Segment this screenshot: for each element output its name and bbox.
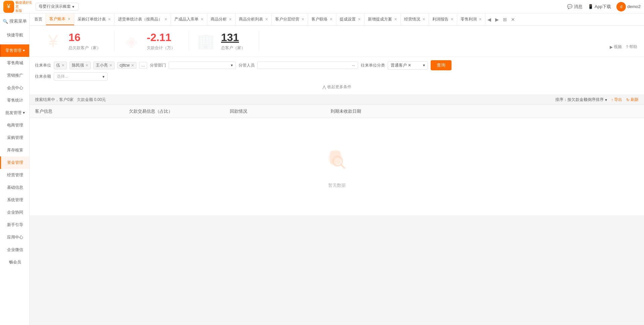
tab-close-stock-stats[interactable]: ✕: [164, 17, 167, 22]
sidebar-item-ecommerce[interactable]: 电商管理: [0, 119, 29, 132]
stat-icon-yuan: ¥: [43, 31, 63, 51]
filter-amount-select[interactable]: 选择... ▾: [54, 72, 108, 81]
tab-scroll-right[interactable]: ▶: [493, 17, 501, 22]
tab-close-retail-profit[interactable]: ✕: [479, 17, 482, 22]
result-summary: 搜索结果中，客户0家 欠款金额 0.00元: [35, 97, 106, 103]
tab-customer-contact[interactable]: 客户联络 ✕: [308, 14, 336, 25]
tab-close-profit[interactable]: ✕: [450, 17, 454, 22]
top-bar-right: 💬 消息 📱 App下载 d demo2: [567, 2, 641, 11]
sidebar-item-operations[interactable]: 经营管理: [0, 169, 29, 181]
tab-close-all[interactable]: ✕: [509, 17, 517, 22]
tab-close-customer-seg[interactable]: ✕: [301, 17, 304, 22]
tab-customer-segmentation[interactable]: 客户分层经营 ✕: [272, 14, 308, 25]
sidebar-item-member-vip[interactable]: 畅会员: [0, 256, 29, 268]
col-header-customer: 客户信息: [35, 108, 129, 114]
collapse-filter-btn[interactable]: ⋀ 收起更多条件: [35, 83, 639, 91]
sidebar-item-retail-mall[interactable]: 零售商城: [0, 57, 29, 69]
tab-close-add-commission[interactable]: ✕: [394, 17, 397, 22]
tab-product-inbound[interactable]: 产成品入库单 ✕: [171, 14, 207, 25]
filter-label-dept: 分管部门: [150, 63, 166, 68]
remove-tag-wu[interactable]: ✕: [61, 63, 65, 68]
tab-close-purchase-order[interactable]: ✕: [108, 17, 111, 22]
table-header: 客户信息 欠款交易信息（占比） 回款情况 到期未收款日期: [30, 105, 644, 118]
stat-right-actions: ▶ 视频 ? 帮助: [610, 31, 637, 51]
filter-tag-cj: cjttcw ✕: [117, 62, 136, 69]
filter-tag-wang: 王小亮 ✕: [93, 62, 115, 69]
sidebar-item-quick-nav[interactable]: 快捷导航: [0, 29, 29, 41]
sidebar-divider: [3, 43, 27, 43]
tab-expand[interactable]: ⊞: [501, 17, 509, 22]
tab-close-product-analysis-list[interactable]: ✕: [265, 17, 268, 22]
message-btn[interactable]: 💬 消息: [567, 4, 583, 10]
refresh-btn[interactable]: ↻ 刷新: [626, 97, 639, 103]
sidebar-item-wechat-work[interactable]: 企业微信: [0, 244, 29, 256]
tab-close-product-analysis[interactable]: ✕: [229, 17, 232, 22]
logo: ¥ 畅捷通好生意 标版: [3, 1, 33, 13]
sidebar-item-member-center[interactable]: 会员中心: [0, 82, 29, 94]
col-header-debt: 欠款交易信息（占比）: [129, 108, 230, 114]
col-header-repay: 回款情况: [230, 108, 331, 114]
tab-commission-settings[interactable]: 提成设置 ✕: [336, 14, 364, 25]
tab-home[interactable]: 首页: [31, 14, 46, 25]
filter-tag-chen: 陈民强 ✕: [70, 62, 91, 69]
empty-text: 暂无数据: [328, 182, 346, 188]
stat-value-total: 131: [221, 31, 245, 44]
filter-label-amount: 往来余额: [35, 74, 51, 79]
sidebar-item-purchase[interactable]: 采购管理: [0, 132, 29, 144]
user-avatar[interactable]: d demo2: [616, 2, 641, 11]
tab-close-customer-contact[interactable]: ✕: [330, 17, 333, 22]
sidebar-item-wholesale[interactable]: 批发管理 ▾: [0, 107, 29, 119]
sidebar-item-retail-stats[interactable]: 零售统计: [0, 94, 29, 107]
sidebar-item-enterprise-collab[interactable]: 企业协同: [0, 206, 29, 219]
sidebar-item-app-center[interactable]: 应用中心: [0, 231, 29, 244]
sidebar-item-finance[interactable]: 资金管理: [0, 156, 29, 169]
tab-purchase-order-stats[interactable]: 采购订单统计表 ✕: [74, 14, 115, 25]
filter-category-select[interactable]: 普通客户 ✕ ▾: [388, 61, 428, 70]
remove-tag-wang[interactable]: ✕: [109, 63, 112, 68]
filter-more-tags-btn[interactable]: ...: [139, 62, 147, 69]
tab-bar: 首页 客户账本 ✕ 采购订单统计表 ✕ 进货单统计表（按商品） ✕ 产成品入库单…: [30, 13, 644, 26]
video-help-btn[interactable]: ▶ 视频: [610, 44, 622, 50]
filter-person-select[interactable]: ···: [257, 62, 358, 69]
tab-product-analysis[interactable]: 商品分析 ✕: [207, 14, 235, 25]
table-body: 暂无数据: [30, 118, 644, 215]
sidebar-item-basic-info[interactable]: 基础信息: [0, 181, 29, 194]
remove-tag-cj[interactable]: ✕: [131, 63, 134, 68]
remove-tag-chen[interactable]: ✕: [85, 63, 88, 68]
tab-customer-ledger[interactable]: 客户账本 ✕: [46, 14, 74, 25]
tab-close-commission[interactable]: ✕: [358, 17, 361, 22]
tab-add-commission-plan[interactable]: 新增提成方案 ✕: [364, 14, 401, 25]
svg-point-4: [335, 158, 340, 164]
filter-area: 往来单位 伍 ✕ 陈民强 ✕ 王小亮 ✕: [30, 57, 644, 95]
stat-label-customers: 总欠款客户（家）: [69, 45, 101, 51]
tab-product-analysis-list[interactable]: 商品分析列表 ✕: [235, 14, 272, 25]
sidebar-item-inventory[interactable]: 库存核算: [0, 144, 29, 156]
sidebar-search[interactable]: 🔍 搜索菜单: [0, 13, 29, 29]
tab-close-business[interactable]: ✕: [422, 17, 425, 22]
tab-close-customer-ledger[interactable]: ✕: [68, 17, 71, 21]
help-btn[interactable]: ? 帮助: [626, 44, 637, 50]
sidebar: 🔍 搜索菜单 快捷导航 零售管理 ▾ 零售商城 营销推广 会员中心 零售统计: [0, 13, 30, 325]
sidebar-item-newbie-guide[interactable]: 新手引导: [0, 219, 29, 231]
sidebar-item-marketing[interactable]: 营销推广: [0, 69, 29, 82]
svg-line-3: [341, 165, 344, 168]
export-btn[interactable]: ↑ 导出: [611, 97, 622, 103]
logo-icon: ¥: [3, 1, 14, 13]
filter-label-person: 分管人员: [239, 63, 255, 68]
tab-retail-profit[interactable]: 零售利润 ✕: [457, 14, 485, 25]
avatar: d: [616, 2, 626, 11]
tab-close-product-inbound[interactable]: ✕: [201, 17, 204, 22]
app-download-btn[interactable]: 📱 App下载: [588, 4, 611, 10]
tab-profit-report[interactable]: 利润报告 ✕: [429, 14, 457, 25]
filter-dept-select[interactable]: ▾: [169, 62, 236, 69]
account-selector[interactable]: 母婴行业演示账套 ▾: [36, 3, 79, 10]
search-menu-btn[interactable]: 🔍 搜索菜单: [2, 17, 27, 26]
sidebar-item-system[interactable]: 系统管理: [0, 194, 29, 206]
tab-business-status[interactable]: 经营情况 ✕: [401, 14, 429, 25]
sort-select[interactable]: 排序：按欠款金额倒序排序 ▾: [555, 97, 607, 103]
sidebar-item-retail-mgmt[interactable]: 零售管理 ▾: [0, 44, 29, 57]
tab-stock-stats-by-product[interactable]: 进货单统计表（按商品） ✕: [115, 14, 171, 25]
filter-row-unit: 往来单位 伍 ✕ 陈民强 ✕ 王小亮 ✕: [35, 60, 639, 70]
query-button[interactable]: 查询: [431, 60, 452, 70]
tab-scroll-left[interactable]: ◀: [485, 17, 493, 22]
